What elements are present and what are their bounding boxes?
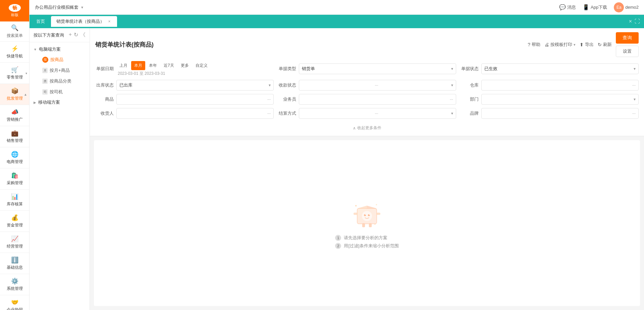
- by-product-label: 按商品: [50, 57, 63, 63]
- wholesale-label: 批发管理: [7, 96, 23, 101]
- operation-label: 经营管理: [7, 244, 23, 249]
- enterprise-icon: 🤝: [11, 299, 18, 306]
- user-action[interactable]: Ea demo2: [614, 2, 639, 12]
- sidebar-item-ecommerce[interactable]: 🌐 电商管理: [0, 147, 29, 168]
- date-tab-more[interactable]: 更多: [178, 61, 192, 70]
- scheme-group-mobile[interactable]: ▶ 移动端方案: [30, 97, 90, 107]
- sidebar-item-basic[interactable]: ℹ️ 基础信息: [0, 253, 29, 274]
- warehouse-control[interactable]: ···: [481, 80, 639, 91]
- print-icon: 🖨: [544, 42, 549, 47]
- collapse-panel-btn[interactable]: 《: [80, 32, 86, 39]
- receiver-label: 收货人: [95, 110, 114, 116]
- marketing-icon: 📣: [11, 108, 18, 116]
- svg-rect-12: [376, 213, 380, 215]
- salesman-control[interactable]: ···: [299, 94, 456, 105]
- sidebar-item-quick-nav[interactable]: ⚡ 快捷导航: [0, 42, 29, 63]
- print-action[interactable]: 🖨 按模板打印 ▾: [544, 42, 576, 48]
- date-tab-custom[interactable]: 自定义: [193, 61, 211, 70]
- desktop-group-label: 电脑端方案: [39, 46, 61, 52]
- date-tab-this-year[interactable]: 本年: [146, 61, 160, 70]
- add-scheme-btn[interactable]: +: [69, 32, 72, 39]
- bill-type-control[interactable]: 销货单 ▾: [299, 63, 456, 74]
- settlement-more-icon: ···: [375, 111, 378, 116]
- department-control[interactable]: ▾: [481, 94, 639, 105]
- out-status-control[interactable]: 已出库 ▾: [116, 80, 274, 91]
- page-title: 销货单统计表(按商品): [95, 41, 154, 49]
- tip-2-num: 2: [335, 243, 341, 249]
- warehouse-filter-item: 仓库 ···: [460, 80, 639, 91]
- bill-type-filter-item: 单据类型 销货单 ▾: [278, 63, 456, 74]
- product-control[interactable]: ···: [116, 94, 274, 105]
- bill-status-dropdown-icon: ▾: [634, 66, 636, 71]
- tab-home-label: 首页: [36, 18, 45, 24]
- purchase-icon: 🛍️: [11, 172, 18, 179]
- message-label: 消息: [567, 4, 576, 10]
- finance-icon: 💰: [11, 214, 18, 221]
- refresh-action[interactable]: ↻ 刷新: [598, 42, 612, 48]
- bill-status-control[interactable]: 已生效 ▾: [481, 63, 639, 74]
- sidebar-item-operation[interactable]: 📈 经营管理: [0, 232, 29, 253]
- svg-rect-9: [362, 223, 365, 227]
- collapse-btn[interactable]: ∧ 收起更多条件: [349, 124, 385, 132]
- tab-close-window-btn[interactable]: ×: [629, 18, 632, 24]
- basic-icon: ℹ️: [11, 256, 18, 264]
- settlement-dropdown-icon: ▾: [451, 111, 453, 116]
- tab-maximize-btn[interactable]: ⛶: [635, 18, 640, 24]
- app-download-action[interactable]: 📱 App下载: [583, 4, 607, 10]
- svg-rect-10: [369, 223, 372, 227]
- empty-tip-2: 2 用[过滤]条件来缩小分析范围: [335, 243, 398, 249]
- date-tab-7days[interactable]: 近7天: [161, 61, 177, 70]
- query-btn[interactable]: 查询: [616, 32, 639, 44]
- scheme-by-month-product[interactable]: 月 按月+商品: [33, 65, 90, 76]
- tab-sales-stat[interactable]: 销货单统计表（按商品） ×: [51, 16, 117, 27]
- sidebar-item-marketing[interactable]: 📣 营销推广: [0, 105, 29, 126]
- brand-control[interactable]: ···: [481, 108, 639, 119]
- filter-area: 销货单统计表(按商品) ? 帮助 🖨 按模板打印 ▾ ⬆: [90, 28, 644, 136]
- app-download-icon: 📱: [583, 4, 589, 10]
- sidebar-item-retail[interactable]: 🛒 零售管理 ▾: [0, 63, 29, 84]
- user-name: demo2: [625, 5, 639, 10]
- refresh-icon: ↻: [598, 42, 602, 47]
- by-product-icon: 按: [42, 57, 48, 63]
- print-dropdown-icon[interactable]: ▾: [574, 43, 576, 47]
- tab-home[interactable]: 首页: [31, 16, 50, 27]
- sidebar-item-wholesale[interactable]: 📦 批发管理 ▲: [0, 84, 29, 105]
- sidebar-item-finance[interactable]: 💰 资金管理: [0, 211, 29, 232]
- operation-icon: 📈: [11, 235, 18, 243]
- filter-row-4: 收货人 ··· 结算方式 ··· ▾: [95, 108, 639, 119]
- inventory-icon: 📊: [11, 193, 18, 200]
- receive-status-control[interactable]: ··· ▾: [299, 80, 456, 91]
- wholesale-icon: 📦: [11, 87, 18, 95]
- sidebar-item-purchase[interactable]: 🛍️ 采购管理: [0, 168, 29, 190]
- export-action[interactable]: ⬆ 导出: [580, 42, 594, 48]
- out-status-dropdown-icon: ▾: [269, 83, 271, 88]
- sidebar-item-enterprise[interactable]: 🤝 企业协同: [0, 295, 29, 310]
- scheme-by-category[interactable]: 类 按商品分类: [33, 76, 90, 87]
- date-tab-this-month[interactable]: 本月: [131, 61, 145, 70]
- date-tab-last-month[interactable]: 上月: [116, 61, 130, 70]
- mobile-group-arrow: ▶: [34, 101, 36, 104]
- bill-type-value: 销货单: [302, 66, 315, 72]
- by-driver-icon: 司: [42, 89, 48, 95]
- panel-header-actions: + ↻ 《: [69, 32, 86, 39]
- settlement-control[interactable]: ··· ▾: [299, 108, 456, 119]
- quick-nav-icon: ⚡: [11, 45, 18, 52]
- search-menu-item[interactable]: 🔍 搜索菜单: [0, 21, 29, 42]
- scheme-group-desktop[interactable]: ▼ 电脑端方案: [30, 44, 90, 54]
- receiver-control[interactable]: ···: [116, 108, 274, 119]
- message-action[interactable]: 💬 消息: [559, 4, 576, 10]
- refresh-scheme-btn[interactable]: ↻: [74, 32, 78, 39]
- bill-status-value: 已生效: [484, 66, 497, 72]
- scheme-by-product[interactable]: 按 按商品: [33, 54, 90, 65]
- out-status-value: 已出库: [119, 82, 132, 88]
- help-action[interactable]: ? 帮助: [528, 42, 540, 48]
- tab-close-icon[interactable]: ×: [107, 19, 112, 24]
- sidebar-item-sales[interactable]: 💼 销售管理: [0, 126, 29, 147]
- sidebar-item-system[interactable]: ⚙️ 系统管理: [0, 274, 29, 295]
- scheme-by-driver[interactable]: 司 按司机: [33, 87, 90, 97]
- warehouse-label: 仓库: [460, 82, 479, 88]
- sidebar-item-inventory[interactable]: 📊 库存核算: [0, 190, 29, 211]
- marketing-label: 营销推广: [7, 117, 23, 122]
- settings-btn[interactable]: 设置: [616, 46, 639, 57]
- industry-dropdown-icon[interactable]: ▾: [81, 5, 83, 10]
